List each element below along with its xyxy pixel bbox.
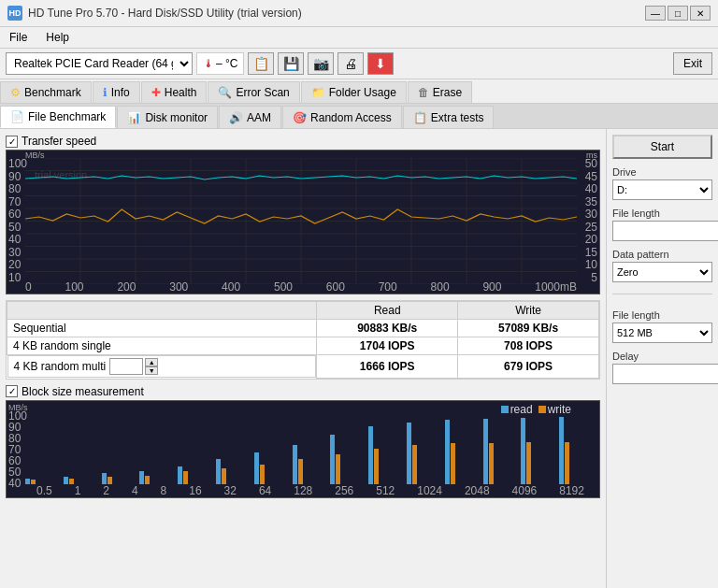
- col-read: Read: [317, 302, 458, 320]
- row-read-sequential: 90883 KB/s: [317, 320, 458, 337]
- bar-group: [521, 418, 557, 484]
- spinner-buttons: ▲ ▼: [145, 358, 158, 375]
- y-axis-right: 5045403530252015105: [585, 158, 597, 284]
- drive-control: Drive D:: [612, 166, 712, 200]
- tab-diskmonitor[interactable]: 📊 Disk monitor: [117, 106, 218, 128]
- separator: [612, 294, 712, 298]
- toolbar-btn-3[interactable]: 📷: [308, 52, 334, 75]
- toolbar-btn-2[interactable]: 💾: [278, 52, 304, 75]
- toolbar-btn-1[interactable]: 📋: [248, 52, 274, 75]
- tab-randomaccess[interactable]: 🎯 Random Access: [282, 106, 402, 128]
- menu-file[interactable]: File: [4, 29, 33, 46]
- filebenchmark-icon: 📄: [10, 110, 24, 123]
- drive-select-right[interactable]: D:: [612, 179, 712, 200]
- block-size-section: ✓ Block size measurement MB/s read write: [6, 385, 600, 498]
- spinner-down-button[interactable]: ▼: [145, 366, 158, 375]
- start-button[interactable]: Start: [612, 135, 712, 159]
- block-size-chart: MB/s read write 100908070605040: [6, 400, 600, 498]
- bar-read: [521, 418, 525, 484]
- tab-folderusage[interactable]: 📁 Folder Usage: [301, 81, 407, 103]
- bar-write: [489, 443, 494, 484]
- errorscan-icon: 🔍: [218, 86, 232, 99]
- exit-button[interactable]: Exit: [673, 52, 712, 75]
- block-chart-bars: [25, 401, 596, 484]
- drive-dropdown[interactable]: Realtek PCIE Card Reader (64 gB): [6, 52, 193, 75]
- bar-group: [254, 452, 291, 484]
- bar-group: [102, 473, 138, 483]
- tab-health[interactable]: ✚ Health: [141, 81, 208, 103]
- row-label-4kb-multi: 4 KB random multi 32 ▲ ▼: [7, 355, 317, 378]
- tab-info[interactable]: ℹ Info: [93, 81, 140, 103]
- results-table: Read Write Sequential 90883 KB/s 57089 K…: [6, 300, 600, 380]
- folderusage-icon: 📁: [311, 86, 325, 99]
- toolbar: Realtek PCIE Card Reader (64 gB) 🌡 – °C …: [0, 49, 718, 79]
- file-length-label: File length: [612, 208, 712, 219]
- delay-control: Delay 0 ▲ ▼: [612, 351, 712, 384]
- bar-read: [559, 417, 564, 483]
- table-row: 4 KB random single 1704 IOPS 708 IOPS: [7, 337, 599, 355]
- bar-read: [483, 419, 488, 484]
- tab-aam[interactable]: 🔊 AAM: [219, 106, 281, 128]
- data-pattern-control: Data pattern Zero Random FF: [612, 249, 712, 282]
- bar-group: [559, 417, 596, 483]
- file-length-input[interactable]: 1000: [612, 221, 718, 241]
- table-row: 4 KB random multi 32 ▲ ▼ 1666 IOPS 679 I…: [7, 355, 599, 379]
- bar-write: [222, 468, 226, 484]
- multi-spinner: 32 ▲ ▼: [109, 358, 158, 375]
- block-size-checkbox[interactable]: ✓: [6, 385, 18, 397]
- window-title: HD Tune Pro 5.70 - Hard Disk/SSD Utility…: [28, 7, 639, 20]
- close-button[interactable]: ✕: [690, 6, 711, 21]
- row-write-sequential: 57089 KB/s: [458, 320, 599, 337]
- aam-icon: 🔊: [229, 111, 243, 124]
- menu-bar: File Help: [0, 27, 718, 49]
- bar-read: [64, 477, 68, 484]
- bar-write: [298, 459, 303, 483]
- bar-write: [108, 477, 112, 484]
- bar-write: [451, 443, 455, 484]
- tab-errorscan[interactable]: 🔍 Error Scan: [208, 81, 299, 103]
- minimize-button[interactable]: —: [645, 6, 666, 21]
- bar-write: [260, 465, 265, 484]
- bar-read: [102, 473, 107, 483]
- spinner-up-button[interactable]: ▲: [145, 358, 158, 366]
- info-icon: ℹ: [103, 86, 108, 99]
- bar-write: [565, 442, 569, 484]
- bar-write: [183, 471, 188, 484]
- health-icon: ✚: [151, 86, 161, 99]
- bar-read: [139, 471, 144, 484]
- data-pattern-select[interactable]: Zero Random FF: [612, 262, 712, 282]
- row-read-4kb-single: 1704 IOPS: [317, 337, 458, 355]
- bar-group: [178, 466, 214, 484]
- toolbar-btn-4[interactable]: 🖨: [337, 52, 364, 75]
- menu-help[interactable]: Help: [40, 29, 75, 46]
- thermometer-icon: 🌡: [203, 57, 214, 70]
- diskmonitor-icon: 📊: [127, 111, 141, 124]
- tab-erase[interactable]: 🗑 Erase: [408, 81, 472, 103]
- tab-filebenchmark[interactable]: 📄 File Benchmark: [0, 106, 116, 128]
- extratests-icon: 📋: [413, 111, 427, 124]
- bar-write: [526, 442, 531, 483]
- bar-read: [445, 420, 450, 484]
- x-axis-labels: 01002003004005006007008009001000mB: [25, 280, 577, 294]
- tab-extratests[interactable]: 📋 Extra tests: [403, 106, 495, 128]
- temperature-display: 🌡 – °C: [196, 52, 244, 75]
- bar-read: [254, 452, 259, 484]
- transfer-speed-checkbox[interactable]: ✓: [6, 136, 18, 148]
- bar-group: [64, 477, 100, 484]
- bar-group: [139, 471, 176, 484]
- file-length-2-select[interactable]: 512 MB 1024 MB 2048 MB: [612, 323, 712, 343]
- row-read-4kb-multi: 1666 IOPS: [317, 355, 458, 379]
- table-row: Sequential 90883 KB/s 57089 KB/s: [7, 320, 599, 337]
- randomaccess-icon: 🎯: [293, 111, 307, 124]
- delay-input[interactable]: 0: [612, 364, 718, 384]
- temperature-value: – °C: [216, 57, 237, 70]
- bar-group: [293, 445, 329, 483]
- file-length-2-control: File length 512 MB 1024 MB 2048 MB: [612, 309, 712, 343]
- toolbar-btn-5[interactable]: ⬇: [367, 52, 394, 75]
- multi-spinner-input[interactable]: 32: [109, 358, 143, 375]
- bar-group: [216, 459, 252, 483]
- tab-benchmark[interactable]: ⚙ Benchmark: [0, 81, 92, 103]
- maximize-button[interactable]: □: [668, 6, 688, 21]
- bar-write: [336, 454, 340, 484]
- file-length-control: File length 1000 ▲ ▼ MB: [612, 208, 712, 241]
